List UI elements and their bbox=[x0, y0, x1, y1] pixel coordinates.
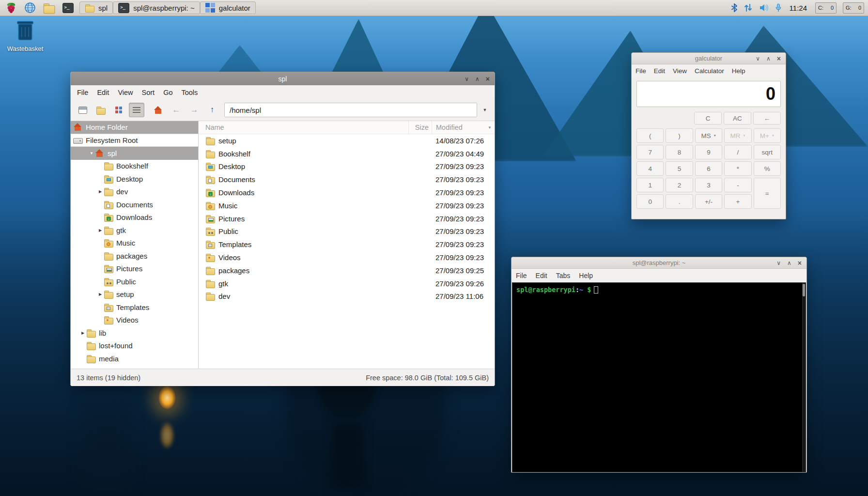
taskbar-clock[interactable]: 11:24 bbox=[788, 4, 809, 12]
taskbar-window-button[interactable]: spl@raspberrypi: ~ bbox=[113, 1, 200, 14]
close-icon[interactable]: × bbox=[777, 55, 781, 62]
plus-button[interactable]: + bbox=[724, 194, 751, 209]
menu-item[interactable]: Edit bbox=[531, 270, 552, 281]
key-5[interactable]: 5 bbox=[666, 161, 693, 176]
path-input[interactable]: /home/spl bbox=[224, 103, 477, 117]
forward-button[interactable]: → bbox=[186, 103, 202, 117]
menu-item[interactable]: File bbox=[73, 87, 93, 98]
file-row[interactable]: setup 14/08/23 07:26 bbox=[199, 134, 495, 147]
sidebar-tree-item[interactable]: Templates bbox=[71, 301, 198, 314]
sidebar-tree-item[interactable]: media bbox=[71, 352, 198, 365]
up-button[interactable]: ↑ bbox=[204, 103, 220, 117]
calculator-titlebar[interactable]: galculator ∨ ∧ × bbox=[632, 53, 786, 64]
cpu-monitor[interactable]: C: 0 bbox=[815, 2, 837, 14]
tree-expander-icon[interactable] bbox=[97, 228, 104, 232]
file-row[interactable]: Documents 27/09/23 09:23 bbox=[199, 173, 495, 186]
new-tab-button[interactable] bbox=[93, 103, 108, 117]
wastebasket-desktop-icon[interactable]: Wastebasket bbox=[5, 18, 46, 52]
terminal-scrollbar[interactable] bbox=[802, 283, 806, 472]
paren-close-button[interactable]: ) bbox=[666, 128, 693, 143]
file-row[interactable]: Desktop 27/09/23 09:23 bbox=[199, 160, 495, 173]
sidebar-tree-item[interactable]: spl bbox=[71, 147, 198, 160]
key-8[interactable]: 8 bbox=[666, 145, 693, 159]
file-row[interactable]: Pictures 27/09/23 09:23 bbox=[199, 212, 495, 225]
menu-item[interactable]: Edit bbox=[650, 66, 669, 76]
column-header-name[interactable]: Name bbox=[199, 121, 408, 134]
sidebar-tree-item[interactable]: dev bbox=[71, 186, 198, 199]
sign-button[interactable]: +/- bbox=[695, 194, 722, 209]
back-button[interactable]: ← bbox=[169, 103, 184, 117]
new-window-button[interactable] bbox=[75, 103, 91, 117]
sidebar-tree-item[interactable]: Desktop bbox=[71, 172, 198, 186]
menu-item[interactable]: Calculator bbox=[691, 66, 728, 76]
file-manager-titlebar[interactable]: spl ∨ ∧ × bbox=[71, 72, 495, 85]
key-9[interactable]: 9 bbox=[695, 145, 722, 159]
sidebar-tree-item[interactable]: Filesystem Root bbox=[71, 134, 198, 147]
app-menu-button[interactable] bbox=[4, 1, 18, 15]
key-7[interactable]: 7 bbox=[636, 145, 664, 159]
path-dropdown-button[interactable]: ▼ bbox=[480, 103, 490, 117]
terminal-scrollbar-thumb[interactable] bbox=[803, 284, 805, 296]
paren-open-button[interactable]: ( bbox=[636, 128, 664, 143]
maximize-icon[interactable]: ∧ bbox=[766, 56, 771, 62]
menu-item[interactable]: Tools bbox=[177, 87, 202, 98]
browser-launcher[interactable] bbox=[23, 1, 37, 15]
all-clear-button[interactable]: AC bbox=[724, 112, 751, 124]
taskbar-window-button[interactable]: spl bbox=[79, 1, 113, 14]
memory-recall-button[interactable]: MR bbox=[724, 128, 751, 143]
terminal-launcher[interactable] bbox=[61, 1, 75, 15]
key-6[interactable]: 6 bbox=[695, 161, 722, 176]
backspace-button[interactable]: ← bbox=[753, 112, 781, 124]
menu-item[interactable]: Edit bbox=[93, 87, 113, 98]
home-button[interactable] bbox=[151, 103, 166, 117]
sidebar-tree-item[interactable]: Public bbox=[71, 275, 198, 288]
sidebar-tree-item[interactable]: setup bbox=[71, 288, 198, 301]
decimal-button[interactable]: . bbox=[666, 194, 693, 209]
memory-store-button[interactable]: MS bbox=[695, 128, 722, 143]
file-row[interactable]: Downloads 27/09/23 09:23 bbox=[199, 186, 495, 199]
clear-button[interactable]: C bbox=[694, 112, 722, 124]
sidebar-tree-item[interactable]: gtk bbox=[71, 224, 198, 237]
close-icon[interactable]: × bbox=[486, 76, 490, 82]
tree-expander-icon[interactable] bbox=[79, 331, 86, 335]
tree-expander-icon[interactable] bbox=[88, 151, 95, 155]
gpu-monitor[interactable]: G: 0 bbox=[843, 2, 864, 14]
sidebar-tree-item[interactable]: Home Folder bbox=[71, 121, 198, 134]
terminal-titlebar[interactable]: spl@raspberrypi: ~ ∨ ∧ × bbox=[512, 257, 806, 269]
maximize-icon[interactable]: ∧ bbox=[787, 260, 791, 266]
network-updown-icon[interactable] bbox=[744, 3, 753, 12]
menu-item[interactable]: View bbox=[669, 66, 691, 76]
tree-expander-icon[interactable] bbox=[97, 292, 104, 296]
close-icon[interactable]: × bbox=[798, 260, 802, 266]
memory-plus-button[interactable]: M+ bbox=[754, 128, 781, 143]
maximize-icon[interactable]: ∧ bbox=[475, 76, 480, 82]
menu-item[interactable]: File bbox=[632, 66, 650, 76]
equals-button[interactable]: = bbox=[754, 178, 781, 209]
file-row[interactable]: dev 27/09/23 11:06 bbox=[199, 290, 495, 303]
menu-item[interactable]: File bbox=[512, 270, 531, 281]
sidebar-tree-item[interactable]: lost+found bbox=[71, 340, 198, 353]
sidebar-tree-item[interactable]: packages bbox=[71, 249, 198, 263]
file-row[interactable]: Templates 27/09/23 09:23 bbox=[199, 238, 495, 251]
sidebar-tree-item[interactable]: Bookshelf bbox=[71, 160, 198, 173]
minus-button[interactable]: - bbox=[724, 178, 751, 192]
tree-expander-icon[interactable] bbox=[97, 189, 104, 194]
file-manager-launcher[interactable] bbox=[42, 1, 56, 15]
menu-item[interactable]: Tabs bbox=[552, 270, 575, 281]
key-4[interactable]: 4 bbox=[636, 161, 664, 176]
file-row[interactable]: gtk 27/09/23 09:26 bbox=[199, 277, 495, 290]
percent-button[interactable]: % bbox=[754, 161, 781, 176]
menu-item[interactable]: Help bbox=[728, 66, 749, 76]
menu-item[interactable]: Sort bbox=[138, 87, 159, 98]
sidebar-tree-item[interactable]: Videos bbox=[71, 314, 198, 327]
taskbar-window-button[interactable]: galculator bbox=[200, 1, 256, 14]
file-row[interactable]: Bookshelf 27/09/23 04:49 bbox=[199, 147, 495, 160]
minimize-icon[interactable]: ∨ bbox=[756, 56, 760, 62]
menu-item[interactable]: Go bbox=[159, 87, 177, 98]
list-view-button[interactable] bbox=[129, 103, 144, 117]
file-row[interactable]: Videos 27/09/23 09:23 bbox=[199, 251, 495, 264]
icon-view-button[interactable] bbox=[111, 103, 126, 117]
menu-item[interactable]: View bbox=[113, 87, 137, 98]
microphone-icon[interactable] bbox=[775, 3, 781, 12]
file-row[interactable]: Public 27/09/23 09:23 bbox=[199, 225, 495, 238]
